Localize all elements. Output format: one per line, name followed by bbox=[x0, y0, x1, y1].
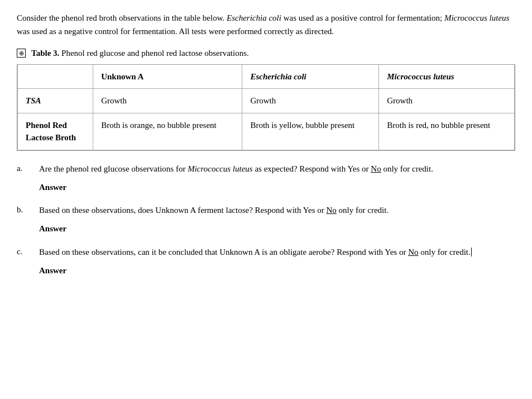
cell-tsa-micrococcus: Growth bbox=[379, 89, 515, 113]
row-label-tsa: TSA bbox=[18, 89, 93, 113]
cell-tsa-ecoli: Growth bbox=[242, 89, 379, 113]
answer-a-label: Answer bbox=[39, 181, 515, 194]
table-header-row: Unknown A Escherichia coli Micrococcus l… bbox=[18, 65, 515, 89]
cell-lactose-ecoli: Broth is yellow, bubble present bbox=[242, 113, 379, 150]
intro-paragraph: Consider the phenol red broth observatio… bbox=[17, 11, 515, 38]
question-c: c. Based on these observations, can it b… bbox=[17, 245, 515, 277]
question-c-content: Based on these observations, can it be c… bbox=[39, 245, 515, 277]
table-row: Phenol RedLactose Broth Broth is orange,… bbox=[18, 113, 515, 150]
question-b-content: Based on these observations, does Unknow… bbox=[39, 203, 515, 235]
cell-lactose-unknowna: Broth is orange, no bubble present bbox=[93, 113, 242, 150]
table-caption: ⊕ Table 3. Phenol red glucose and phenol… bbox=[17, 47, 515, 60]
col-header-unknown-a: Unknown A bbox=[93, 65, 242, 89]
question-a-content: Are the phenol red glucose observations … bbox=[39, 162, 515, 194]
table-caption-text: Table 3. Phenol red glucose and phenol r… bbox=[31, 47, 249, 60]
question-letter-c: c. bbox=[17, 245, 39, 258]
qa-section: a. Are the phenol red glucose observatio… bbox=[17, 162, 515, 277]
question-c-text: Based on these observations, can it be c… bbox=[39, 245, 515, 259]
question-b-text: Based on these observations, does Unknow… bbox=[39, 203, 515, 217]
table-resize-icon[interactable]: ⊕ bbox=[17, 49, 26, 58]
col-header-micrococcus: Micrococcus luteus bbox=[379, 65, 515, 89]
col-header-ecoli: Escherichia coli bbox=[242, 65, 379, 89]
cell-lactose-micrococcus: Broth is red, no bubble present bbox=[379, 113, 515, 150]
answer-b-label: Answer bbox=[39, 222, 515, 235]
cell-tsa-unknowna: Growth bbox=[93, 89, 242, 113]
observations-table: Unknown A Escherichia coli Micrococcus l… bbox=[17, 64, 515, 151]
col-header-empty bbox=[18, 65, 93, 89]
question-a: a. Are the phenol red glucose observatio… bbox=[17, 162, 515, 194]
question-letter-a: a. bbox=[17, 162, 39, 175]
question-a-text: Are the phenol red glucose observations … bbox=[39, 162, 515, 175]
answer-c-label: Answer bbox=[39, 264, 515, 277]
question-b: b. Based on these observations, does Unk… bbox=[17, 203, 515, 235]
question-letter-b: b. bbox=[17, 203, 39, 216]
row-label-phenol-lactose: Phenol RedLactose Broth bbox=[18, 113, 93, 150]
table-row: TSA Growth Growth Growth bbox=[18, 89, 515, 113]
